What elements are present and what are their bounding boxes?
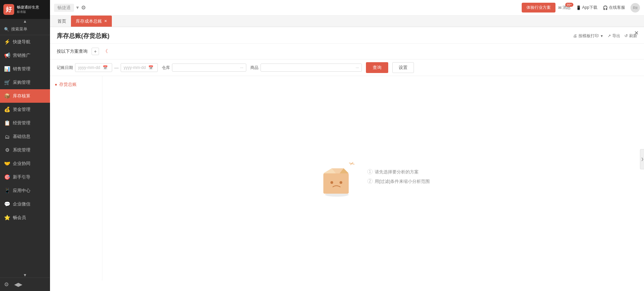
sales-icon: 📊 bbox=[4, 66, 10, 72]
message-button[interactable]: ✉ 消息 99+ bbox=[558, 5, 571, 10]
tab-close-icon[interactable]: ✕ bbox=[104, 19, 107, 23]
inventory-icon: 📦 bbox=[4, 93, 10, 99]
sidebar-nav: ⚡ 快捷导航 📢 营销推广 📊 销售管理 🛒 采购管理 📦 库存核算 💰 资金管… bbox=[0, 35, 50, 273]
goods-filter: 商品 ··· bbox=[250, 64, 362, 72]
empty-state: 1 请先选择要分析的方案 2 用[过滤]条件来缩小分析范围 bbox=[102, 76, 644, 281]
sidebar-item-label: 采购管理 bbox=[13, 79, 30, 86]
right-panel-toggle[interactable]: ❯ bbox=[640, 149, 644, 169]
app-download-button[interactable]: 📱 App下载 bbox=[576, 5, 597, 10]
warehouse-select[interactable]: ··· bbox=[172, 64, 246, 72]
sidebar-item-wechat[interactable]: 💬 企业微信 bbox=[0, 197, 50, 211]
tab-home-label: 首页 bbox=[57, 18, 66, 24]
calendar-end-icon[interactable]: 📅 bbox=[148, 65, 153, 70]
breadcrumb-arrow: ▼ bbox=[75, 5, 80, 10]
sidebar: 好 畅捷通好生意 标准版 ▲ 🔍 搜索菜单 ⚡ 快捷导航 📢 营销推广 📊 销售… bbox=[0, 0, 50, 291]
sidebar-item-label: 销售管理 bbox=[13, 66, 30, 72]
print-button[interactable]: 🖨 按模板打印 ▼ bbox=[573, 33, 603, 39]
empty-svg bbox=[317, 158, 357, 199]
empty-tip-1: 1 请先选择要分析的方案 bbox=[367, 169, 430, 175]
warehouse-more-button[interactable]: ··· bbox=[240, 66, 243, 70]
sidebar-item-label: 库存核算 bbox=[13, 93, 30, 99]
sidebar-item-basic[interactable]: 🗂 基础信息 bbox=[0, 130, 50, 143]
settings-bottom-icon[interactable]: ⚙ bbox=[4, 281, 9, 288]
top-header: 畅捷通 ▼ ⚙ 体验行业方案 ✉ 消息 99+ 📱 App下载 🎧 在线客服 R… bbox=[50, 0, 644, 16]
tip-num-2: 2 bbox=[367, 178, 373, 184]
app-logo: 好 畅捷通好生意 标准版 bbox=[0, 0, 50, 19]
sidebar-item-enterprise[interactable]: 🤝 企业协同 bbox=[0, 157, 50, 170]
basic-icon: 🗂 bbox=[4, 134, 10, 140]
page-title: 库存总账(存货总账) bbox=[57, 32, 109, 40]
tab-home[interactable]: 首页 bbox=[53, 16, 71, 27]
goods-more-button[interactable]: ··· bbox=[356, 66, 359, 70]
app-download-label: App下载 bbox=[582, 5, 597, 10]
audio-icon[interactable]: ◀▶ bbox=[14, 281, 22, 288]
calendar-start-icon[interactable]: 📅 bbox=[103, 65, 108, 70]
tab-bar: 首页 库存成本总账 ✕ bbox=[50, 16, 644, 27]
enterprise-icon: 🤝 bbox=[4, 161, 10, 167]
warehouse-filter: 仓库 ··· bbox=[162, 64, 246, 72]
empty-illustration bbox=[317, 158, 357, 199]
sidebar-item-member[interactable]: ⭐ 畅会员 bbox=[0, 211, 50, 224]
empty-tips: 1 请先选择要分析的方案 2 用[过滤]条件来缩小分析范围 bbox=[367, 169, 430, 188]
print-label: 按模板打印 bbox=[578, 33, 599, 39]
sidebar-item-label: 系统管理 bbox=[13, 147, 30, 153]
sidebar-item-label: 新手引导 bbox=[13, 174, 30, 180]
filter-label: 按以下方案查询 bbox=[57, 48, 88, 54]
sidebar-item-marketing[interactable]: 📢 营销推广 bbox=[0, 49, 50, 62]
scheme-item-icon: ● bbox=[55, 82, 57, 87]
online-service-button[interactable]: 🎧 在线客服 bbox=[603, 5, 625, 10]
page-title-bar: 库存总账(存货总账) 🖨 按模板打印 ▼ ↗ 导出 ↺ 刷新 bbox=[50, 27, 644, 44]
date-filter: 记账日期 yyyy-mm-dd 📅 — yyyy-mm-dd 📅 bbox=[57, 63, 158, 72]
filter-collapse-button[interactable]: 《 bbox=[103, 48, 108, 54]
tab-inventory-cost-label: 库存成本总账 bbox=[76, 18, 102, 24]
sidebar-item-newguide[interactable]: 🎯 新手引导 bbox=[0, 170, 50, 184]
shortcut-icon: ⚡ bbox=[4, 39, 10, 45]
sidebar-item-system[interactable]: ⚙ 系统管理 bbox=[0, 143, 50, 157]
sidebar-item-sales[interactable]: 📊 销售管理 bbox=[0, 62, 50, 76]
goods-select[interactable]: ··· bbox=[261, 64, 362, 72]
filter-add-button[interactable]: + bbox=[92, 48, 99, 55]
scroll-down-button[interactable]: ▼ bbox=[0, 273, 50, 277]
sidebar-item-finance[interactable]: 💰 资金管理 bbox=[0, 103, 50, 116]
date-start-placeholder: yyyy-mm-dd bbox=[78, 65, 100, 70]
svg-point-2 bbox=[330, 181, 333, 184]
refresh-icon: ↺ bbox=[624, 33, 628, 38]
member-icon: ⭐ bbox=[4, 215, 10, 221]
sidebar-item-label: 快捷导航 bbox=[13, 39, 30, 45]
purchase-icon: 🛒 bbox=[4, 79, 10, 86]
user-avatar[interactable]: Rit bbox=[630, 3, 640, 13]
sidebar-item-shortcut[interactable]: ⚡ 快捷导航 bbox=[0, 35, 50, 49]
header-breadcrumb: 畅捷通 ▼ ⚙ bbox=[54, 4, 519, 12]
breadcrumb-text: 畅捷通 bbox=[54, 4, 74, 12]
scheme-item-inventory[interactable]: ● 存货总账 bbox=[50, 79, 102, 90]
sidebar-item-inventory[interactable]: 📦 库存核算 bbox=[0, 89, 50, 103]
industry-solution-button[interactable]: 体验行业方案 bbox=[522, 3, 555, 13]
header-settings-button[interactable]: ⚙ bbox=[81, 4, 86, 11]
sidebar-bottom: ⚙ ◀▶ bbox=[0, 277, 50, 291]
date-end-input[interactable]: yyyy-mm-dd 📅 bbox=[121, 63, 158, 72]
filter-bar: 按以下方案查询 + 《 bbox=[50, 44, 644, 59]
tip-num-1: 1 bbox=[367, 169, 373, 174]
content-close-button[interactable]: ✕ bbox=[634, 30, 639, 36]
export-icon: ↗ bbox=[608, 33, 611, 38]
export-button[interactable]: ↗ 导出 bbox=[608, 33, 620, 39]
sidebar-item-operation[interactable]: 📋 经营管理 bbox=[0, 116, 50, 130]
scroll-up-button[interactable]: ▲ bbox=[0, 19, 50, 24]
svg-rect-1 bbox=[323, 173, 349, 194]
export-label: 导出 bbox=[612, 33, 620, 39]
query-button[interactable]: 查询 bbox=[366, 62, 388, 73]
tab-inventory-cost[interactable]: 库存成本总账 ✕ bbox=[71, 16, 112, 27]
tip-text-2: 用[过滤]条件来缩小分析范围 bbox=[375, 178, 430, 185]
svg-point-3 bbox=[340, 181, 342, 184]
date-end-placeholder: yyyy-mm-dd bbox=[124, 65, 146, 70]
search-menu[interactable]: 🔍 搜索菜单 bbox=[0, 24, 50, 35]
date-separator: — bbox=[114, 65, 119, 70]
user-name: Rit bbox=[633, 6, 637, 10]
date-start-input[interactable]: yyyy-mm-dd 📅 bbox=[75, 63, 112, 72]
main-area: 畅捷通 ▼ ⚙ 体验行业方案 ✉ 消息 99+ 📱 App下载 🎧 在线客服 R… bbox=[50, 0, 644, 291]
sidebar-item-appcenter[interactable]: 📱 应用中心 bbox=[0, 184, 50, 197]
print-dropdown-icon: ▼ bbox=[600, 34, 603, 38]
sidebar-item-purchase[interactable]: 🛒 采购管理 bbox=[0, 76, 50, 89]
logo-text: 畅捷通好生意 bbox=[17, 5, 39, 9]
setting-button[interactable]: 设置 bbox=[392, 62, 414, 73]
